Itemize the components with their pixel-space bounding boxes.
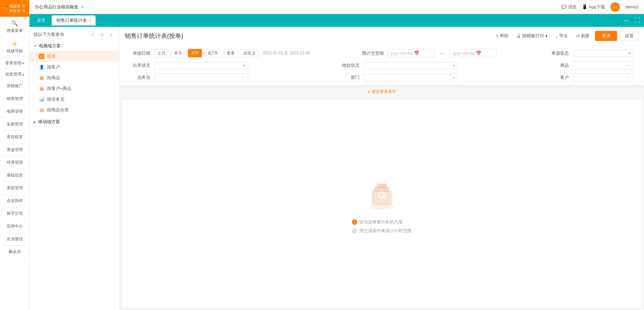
collapse-up-icon: ∧: [368, 90, 371, 94]
ship-status-chevron-icon: ▾: [244, 64, 245, 67]
sidebar-item-operations[interactable]: 经营管理: [0, 156, 29, 169]
tab-maximize-button[interactable]: ⛶: [633, 16, 641, 25]
date-range-text: 2023-01-01 至 2023-12-31: [263, 50, 310, 56]
scheme-by-customer-label: 按客户: [47, 64, 60, 70]
scheme-group-mobile: ▶ 移动端方案: [30, 117, 119, 127]
tab-minimize-button[interactable]: —: [623, 16, 631, 25]
refresh-button[interactable]: ↺ 刷新: [573, 32, 592, 40]
date-start-placeholder: yyyy-mm-dd: [391, 51, 413, 56]
print-template-button[interactable]: 🖨 按模板打印 ▾: [514, 32, 550, 40]
tab-home-label: 首页: [37, 17, 46, 23]
empty-state: ? 1 请先选择要分析的方案 2 用过滤条件来缩小分析范围: [122, 100, 641, 307]
tab-home[interactable]: 首页: [32, 15, 50, 25]
payment-status-label: 收款状态: [339, 62, 360, 68]
add-scheme-button[interactable]: ＋: [89, 31, 96, 38]
payment-status-select[interactable]: ▾: [364, 62, 458, 69]
sidebar-item-basic-info[interactable]: 基础信息: [0, 169, 29, 182]
sidebar-logo[interactable]: 🍊 畅捷通好生意 标版: [0, 0, 29, 17]
scheme-group-pc: ▼ 电脑端方案 ⊙ 按单 👤 按客户 ▦ 按商品: [30, 41, 119, 115]
scheme-item-by-customer-goods[interactable]: ▦ 按客户+商品: [30, 83, 119, 94]
sidebar-item-search[interactable]: 🔍 搜索菜单: [0, 17, 29, 37]
sidebar-item-ecommerce[interactable]: 电商管理: [0, 105, 29, 118]
goods-select[interactable]: ···: [573, 61, 633, 69]
date-btn-more[interactable]: 更多: [224, 49, 238, 57]
status-label: 单据状态: [549, 50, 569, 56]
refresh-label: 刷新: [581, 33, 590, 39]
goods-label: 商品: [549, 62, 569, 68]
workspace-dropdown-icon[interactable]: ▾: [81, 4, 84, 9]
message-button[interactable]: 💬 消息: [561, 4, 577, 10]
date-btn-last-7-days[interactable]: 近7天: [205, 49, 221, 57]
tab-sales-stats[interactable]: 销售订单统计表 ×: [52, 15, 96, 25]
scheme-group-mobile-header[interactable]: ▶ 移动端方案: [30, 117, 119, 127]
gear-icon: ⊙: [100, 32, 104, 37]
help-button[interactable]: ? 帮助: [493, 32, 511, 40]
logo-icon: 🍊: [3, 6, 8, 11]
sidebar-item-retail[interactable]: 零售管理 ▾: [0, 58, 29, 69]
sidebar-item-system[interactable]: 系统管理: [0, 182, 29, 195]
sidebar-item-enterprise[interactable]: 企业协同: [0, 195, 29, 207]
settings-scheme-button[interactable]: ⊙: [98, 31, 106, 38]
top-header-left: 办公用品行业模拟账套 ▾: [35, 4, 84, 10]
date-btn-custom[interactable]: 自定义: [240, 49, 259, 57]
system-label: 系统管理: [7, 185, 23, 191]
expected-date-end[interactable]: yyyy-mm-dd 📅: [450, 49, 497, 57]
empty-hint-1: 1 请先选择要分析的方案: [352, 219, 412, 225]
salesperson-select[interactable]: ···: [154, 73, 248, 82]
scheme-by-salesperson-icon: 📊: [39, 97, 44, 102]
sidebar-item-inventory[interactable]: 库存核算: [0, 131, 29, 144]
export-button[interactable]: ↓ 导出: [553, 32, 571, 40]
left-panel-header: 按以下方案查询 ＋ ⊙ «: [30, 31, 119, 41]
hint-num-1: 1: [352, 219, 357, 225]
triangle-down-icon: ▼: [34, 44, 37, 48]
scheme-item-by-customer[interactable]: 👤 按客户: [30, 62, 119, 72]
marketing-label: 营销推广: [7, 83, 23, 89]
sidebar-item-shortcuts[interactable]: ⚡ 快捷导航: [0, 37, 29, 58]
query-button[interactable]: 查询: [595, 31, 617, 41]
procurement-label: 采购管理: [7, 121, 23, 127]
hint-text-2: 用过滤条件来缩小分析范围: [359, 228, 412, 234]
settings-button[interactable]: 设置: [620, 31, 639, 41]
svg-rect-6: [376, 200, 388, 201]
filter-row-3: 业务员 ··· 部门 ▾ 客户: [130, 73, 633, 82]
date-btn-this-month[interactable]: 本月: [171, 49, 185, 57]
sidebar-item-app-center[interactable]: 应用中心: [0, 220, 29, 233]
scheme-by-order-icon: ⊙: [39, 54, 44, 59]
collapse-panel-button[interactable]: «: [108, 31, 115, 38]
department-label: 部门: [339, 74, 360, 81]
scheme-item-by-order[interactable]: ⊙ 按单: [30, 51, 119, 62]
app-download-button[interactable]: 📱 App下载: [582, 4, 605, 10]
collapse-bar[interactable]: ∧ 收起更多条件: [119, 86, 644, 97]
scheme-group-pc-label: 电脑端方案: [39, 43, 115, 49]
logo-subtitle: 标版: [22, 4, 26, 13]
sidebar-item-enterprise-wechat[interactable]: 企业微信: [0, 233, 29, 246]
tab-bar: 首页 销售订单统计表 × — ⛶: [30, 14, 644, 27]
scheme-item-by-salesperson[interactable]: 📊 按业务员: [30, 94, 119, 105]
date-btn-this-year[interactable]: 本年: [188, 49, 202, 57]
sidebar-item-wholesale[interactable]: 批发管理 ▴: [0, 69, 29, 80]
expected-date-label: 预计交货期: [362, 50, 384, 56]
date-separator: —: [439, 51, 446, 56]
department-select[interactable]: ▾: [364, 74, 458, 81]
scheme-item-by-goods[interactable]: ▦ 按商品: [30, 72, 119, 83]
sidebar-item-sales[interactable]: 销售管理: [0, 93, 29, 105]
sidebar-item-marketing[interactable]: 营销推广: [0, 80, 29, 93]
scheme-group-pc-header[interactable]: ▼ 电脑端方案: [30, 41, 119, 51]
sidebar-item-procurement[interactable]: 采购管理: [0, 118, 29, 131]
date-btn-last-month[interactable]: 上月: [154, 49, 168, 57]
shortcuts-icon: ⚡: [11, 41, 18, 47]
customer-select[interactable]: ···: [573, 73, 633, 82]
expected-date-start[interactable]: yyyy-mm-dd 📅: [388, 49, 435, 57]
scheme-item-by-category[interactable]: ▤ 按商品分类: [30, 105, 119, 115]
sidebar-item-finance[interactable]: 资金管理: [0, 144, 29, 156]
avatar[interactable]: Ea: [610, 2, 620, 12]
status-select[interactable]: ▾: [573, 50, 633, 57]
tab-close-icon[interactable]: ×: [89, 18, 91, 22]
main-area: 办公用品行业模拟账套 ▾ 💬 消息 📱 App下载 Ea demo2 首页 销售…: [30, 0, 644, 310]
scheme-by-salesperson-label: 按业务员: [47, 96, 64, 102]
sidebar-item-membership[interactable]: 畅会员: [0, 246, 29, 258]
sidebar-item-label: 快捷导航: [7, 48, 23, 54]
sidebar-item-new-guide[interactable]: 新手引导: [0, 207, 29, 220]
ship-status-select[interactable]: ▾: [154, 62, 248, 69]
date-options-group: 上月 本月 本年 近7天 更多 自定义: [154, 49, 259, 57]
